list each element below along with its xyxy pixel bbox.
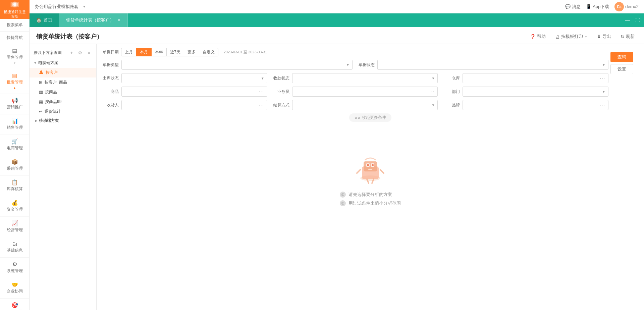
sidebar-item-sales-label: 销售管理 <box>7 125 23 131</box>
filter-table-panel: 单据日期 上月 本月 本年 近7天 更多 自定义 2023-03-01 至 20… <box>97 44 644 310</box>
filter-control-department[interactable]: ▼ <box>463 87 608 97</box>
filter-control-doc-status[interactable]: ▼ <box>377 60 608 70</box>
page-title: 销货单统计表（按客户） <box>36 33 103 41</box>
quick-nav[interactable]: 快捷导航 <box>0 32 29 44</box>
category-pc-label: 电脑端方案 <box>38 60 58 66</box>
date-filter-label: 单据日期 <box>102 49 119 55</box>
help-btn[interactable]: ❓ 帮助 <box>527 32 548 41</box>
scheme-edit-icon[interactable]: ⚙ <box>77 49 84 56</box>
filter-control-product[interactable]: ··· <box>121 87 267 97</box>
tab-minimize-btn[interactable]: — <box>624 16 631 24</box>
sidebar-item-purchase[interactable]: 📦 采购管理 <box>0 155 29 176</box>
scheme-item-return-stats[interactable]: ↩ 退货统计 <box>30 107 96 116</box>
filter-item-product: 商品 ··· <box>102 87 267 97</box>
filter-control-doc-type[interactable]: ▼ <box>121 60 353 70</box>
date-tab-this-year[interactable]: 本年 <box>151 48 167 56</box>
arrow-icon: ▼ <box>13 61 16 65</box>
scheme-category-mobile[interactable]: ▶ 移动端方案 <box>30 116 96 125</box>
sidebar-item-operations[interactable]: 📈 经营管理 <box>0 217 29 237</box>
arrow-up-icon: ▲ <box>13 86 16 90</box>
tab-close-btn[interactable]: ✕ <box>117 18 121 22</box>
date-tab-more[interactable]: 更多 <box>184 48 199 56</box>
sidebar-item-finance[interactable]: 💰 资金管理 <box>0 196 29 217</box>
filter-control-settlement[interactable]: ▼ <box>292 100 438 110</box>
sidebar-item-ecommerce[interactable]: 🛒 电商管理 <box>0 135 29 155</box>
sidebar-item-retail[interactable]: ▤ 零售管理 ▼ <box>0 44 29 69</box>
filter-item-department: 部门 ▼ <box>443 87 608 97</box>
filter-control-warehouse[interactable]: ··· <box>463 73 608 83</box>
finance-icon: 💰 <box>11 200 18 206</box>
query-button[interactable]: 查询 <box>610 52 633 62</box>
date-tab-last-month[interactable]: 上月 <box>121 48 137 56</box>
date-tab-custom[interactable]: 自定义 <box>199 48 218 56</box>
print-btn[interactable]: 🖨 按模板打印 ▼ <box>552 32 590 41</box>
filter-control-outbound[interactable]: ▼ <box>121 73 267 83</box>
sidebar: 畅捷通好生意 标版 搜索菜单 快捷导航 ▤ 零售管理 ▼ ▤ 批发管理 ▲ 📢 … <box>0 0 30 310</box>
refresh-btn[interactable]: ↻ 刷新 <box>618 32 637 41</box>
sidebar-item-inventory-label: 库存核算 <box>7 186 23 192</box>
main-area: 办公用品行业模拟账套 ▼ 💬 消息 📱 App下载 Ea demo2 🏠 首页 … <box>30 0 644 310</box>
settings-button[interactable]: 设置 <box>610 64 633 74</box>
download-label: App下载 <box>593 4 609 10</box>
sidebar-item-sales[interactable]: 📊 销售管理 <box>0 114 29 135</box>
search-menu[interactable]: 搜索菜单 <box>0 19 29 32</box>
doc-status-arrow: ▼ <box>602 63 605 67</box>
sidebar-item-operations-label: 经营管理 <box>7 227 23 233</box>
collapse-btn[interactable]: ∧∧ 收起更多条件 <box>349 113 391 122</box>
tab-home[interactable]: 🏠 首页 <box>30 13 59 27</box>
filter-item-salesperson: 业务员 ··· <box>273 87 438 97</box>
scheme-item-customer-product[interactable]: ⊞ 按客户+商品 <box>30 78 96 87</box>
sidebar-item-guide[interactable]: 🎯 新手引导 <box>0 299 29 310</box>
date-range: 2023-03-01 至 2023-03-31 <box>224 50 267 55</box>
wholesale-icon: ▤ <box>12 73 17 79</box>
outbound-arrow: ▼ <box>261 76 264 80</box>
tip-num-2: ② <box>340 200 346 206</box>
payment-arrow: ▼ <box>431 76 435 80</box>
user-info[interactable]: Ea demo2 <box>614 2 639 11</box>
filter-item-outbound: 出库状态 ▼ <box>102 73 267 83</box>
sidebar-item-finance-label: 资金管理 <box>7 207 23 212</box>
sidebar-item-wholesale[interactable]: ▤ 批发管理 ▲ <box>0 69 29 94</box>
filter-control-receiver[interactable]: ··· <box>121 100 267 110</box>
guide-icon: 🎯 <box>11 303 18 308</box>
filter-control-payment[interactable]: ▼ <box>292 73 438 83</box>
sales-icon: 📊 <box>11 118 18 124</box>
category-expand-arrow: ▼ <box>34 61 37 65</box>
empty-illustration <box>354 151 387 185</box>
scheme-item-customer-product-label: 按客户+商品 <box>45 80 67 85</box>
sidebar-item-inventory[interactable]: 📋 库存核算 <box>0 176 29 196</box>
export-label: 导出 <box>602 34 611 40</box>
scheme-add-icon[interactable]: ＋ <box>68 49 75 56</box>
message-btn[interactable]: 💬 消息 <box>565 4 581 10</box>
sidebar-item-basic[interactable]: 🗂 基础信息 <box>0 237 29 258</box>
date-tab-this-month[interactable]: 本月 <box>136 48 152 56</box>
tab-sales-stats[interactable]: 销货单统计表（按客户） ✕ <box>59 13 128 27</box>
date-tab-7days[interactable]: 近7天 <box>166 48 184 56</box>
tab-maximize-btn[interactable]: ⛶ <box>634 16 641 24</box>
sidebar-item-marketing[interactable]: 📢 营销推广 <box>0 94 29 114</box>
scheme-item-product-label: 按商品 <box>45 89 57 95</box>
header-dropdown-arrow[interactable]: ▼ <box>83 5 86 8</box>
scheme-item-by-product99[interactable]: ▦ 按商品99 <box>30 97 96 107</box>
scheme-item-by-customer[interactable]: 按客户 <box>30 68 96 78</box>
inner-page: 销货单统计表（按客户） ❓ 帮助 🖨 按模板打印 ▼ ⬇ 导出 <box>30 27 644 310</box>
help-icon: ❓ <box>530 34 536 39</box>
page-header: 销货单统计表（按客户） ❓ 帮助 🖨 按模板打印 ▼ ⬇ 导出 <box>30 27 644 44</box>
filter-item-warehouse: 仓库 ··· <box>443 73 608 83</box>
filter-control-salesperson[interactable]: ··· <box>292 87 438 97</box>
scheme-category-pc[interactable]: ▼ 电脑端方案 <box>30 58 96 68</box>
collab-icon: 🤝 <box>11 282 18 288</box>
message-label: 消息 <box>572 4 581 10</box>
sidebar-item-collab[interactable]: 🤝 企业协同 <box>0 278 29 299</box>
sidebar-item-system[interactable]: ⚙ 系统管理 <box>0 258 29 278</box>
export-btn[interactable]: ⬇ 导出 <box>594 32 614 41</box>
download-btn[interactable]: 📱 App下载 <box>586 4 609 10</box>
filter-control-brand[interactable]: ··· <box>463 100 608 110</box>
scheme-collapse-icon[interactable]: « <box>86 49 92 56</box>
scheme-panel: 按以下方案查询 ＋ ⚙ « ▼ 电脑端方案 <box>30 44 97 310</box>
scheme-item-by-product[interactable]: ▦ 按商品 <box>30 87 96 97</box>
filter-item-settlement: 结算方式 ▼ <box>273 100 438 110</box>
empty-tips: ① 请先选择要分析的方案 ② 用过滤条件来缩小分析范围 <box>340 192 401 206</box>
retail-icon: ▤ <box>12 48 17 54</box>
sidebar-item-retail-label: 零售管理 <box>7 55 23 60</box>
